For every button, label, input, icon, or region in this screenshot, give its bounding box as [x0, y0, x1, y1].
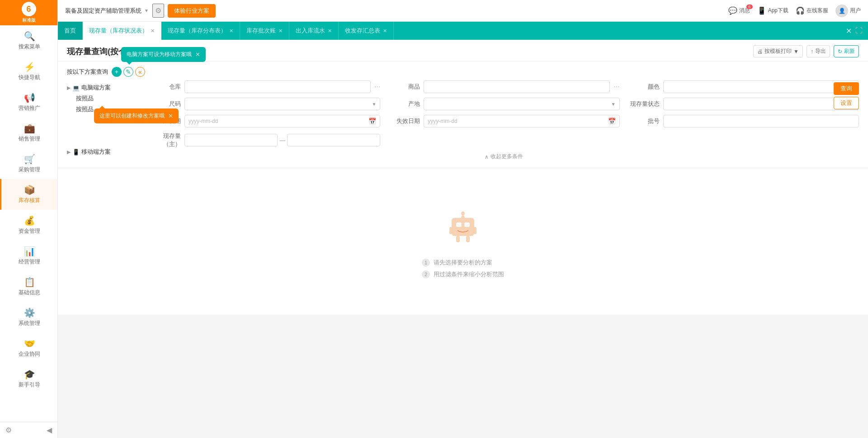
refresh-label: 刷新 [844, 47, 855, 55]
settings-bottom-icon[interactable]: ⚙ [5, 426, 12, 434]
sidebar-label-system: 系统管理 [19, 320, 40, 327]
popover-orange-close[interactable]: ✕ [168, 113, 173, 119]
sidebar-item-nav[interactable]: ⚡ 快捷导航 [0, 56, 57, 87]
export-label: 导出 [815, 47, 826, 55]
popover-orange: 这里可以创建和修改方案哦 ✕ [94, 108, 179, 123]
tab-close-inventory-dist[interactable]: ✕ [229, 28, 233, 34]
tab-close-inventory-status[interactable]: ✕ [151, 28, 155, 34]
service-action[interactable]: 🎧 在线客服 [796, 6, 828, 15]
sidebar-nav: 🔍 搜索菜单 ⚡ 快捷导航 📢 营销推广 💼 销售管理 🛒 采购管理 📦 库存核… [0, 25, 57, 422]
page-content: 现存量查询(按仓库+商品) 🖨 按模板打印 ▼ ↑ 导出 ↻ 刷新 [58, 40, 868, 438]
settings-button[interactable]: ⚙ [152, 4, 164, 18]
tip-text-2: 用过滤条件来缩小分析范围 [434, 270, 504, 278]
scheme-tree: ▶ 💻 电脑端方案 按照品 按照品 这里可以创建和修改方案哦 ✕ [67, 82, 859, 157]
sidebar-item-basic[interactable]: 📋 基础信息 [0, 271, 57, 302]
scheme-pc-child2[interactable]: 按照品 [76, 104, 859, 115]
sidebar-label-basic: 基础信息 [19, 289, 40, 297]
nav-icon: ⚡ [24, 61, 35, 72]
sidebar-label-purchase: 采购管理 [19, 166, 40, 174]
tab-inventory-status[interactable]: 现存量（库存状况表） ✕ [83, 22, 161, 40]
sidebar-label-sales: 销售管理 [19, 135, 40, 143]
sidebar-bottom: ⚙ ◀ [0, 422, 57, 438]
tab-maximize-icon[interactable]: ⛶ [855, 27, 863, 35]
svg-point-7 [461, 212, 465, 215]
sidebar-label-finance: 资金管理 [19, 227, 40, 235]
print-label: 按模板打印 [764, 47, 792, 55]
page-actions: 🖨 按模板打印 ▼ ↑ 导出 ↻ 刷新 [753, 45, 859, 57]
basic-icon: 📋 [24, 277, 35, 287]
sidebar-item-finance[interactable]: 💰 资金管理 [0, 210, 57, 240]
main-content: 装备及固定资产辅助管理系统 ▼ ⚙ 体验行业方案 💬 消息 6 📱 App下载 … [58, 0, 868, 438]
inventory-icon: 📦 [24, 184, 35, 195]
top-header: 装备及固定资产辅助管理系统 ▼ ⚙ 体验行业方案 💬 消息 6 📱 App下载 … [58, 0, 868, 22]
sidebar-item-system[interactable]: ⚙️ 系统管理 [0, 302, 57, 333]
tab-close-inout[interactable]: ✕ [328, 28, 332, 34]
sidebar: 6 标准版 🔍 搜索菜单 ⚡ 快捷导航 📢 营销推广 💼 销售管理 🛒 采购管理… [0, 0, 58, 438]
tab-inout[interactable]: 出入库流水 ✕ [289, 22, 339, 40]
system-selector[interactable]: 装备及固定资产辅助管理系统 ▼ [65, 7, 149, 15]
svg-rect-6 [466, 236, 470, 242]
industry-button[interactable]: 体验行业方案 [168, 4, 216, 18]
logo-text: 标准版 [22, 17, 36, 24]
system-icon: ⚙️ [24, 307, 35, 318]
tab-close-collect[interactable]: ✕ [383, 28, 387, 34]
filter-label: 按以下方案查询 [67, 68, 108, 76]
scheme-mobile-toggle: ▶ [67, 149, 71, 155]
svg-rect-4 [474, 227, 476, 234]
sidebar-item-purchase[interactable]: 🛒 采购管理 [0, 148, 57, 179]
purchase-icon: 🛒 [24, 154, 35, 165]
svg-rect-5 [456, 236, 460, 242]
user-avatar: 👤 [835, 5, 848, 17]
popover-green-close[interactable]: ✕ [195, 51, 200, 58]
collapse-sidebar-icon[interactable]: ◀ [47, 426, 52, 434]
service-label: 在线客服 [807, 7, 828, 14]
tip-num-1: 1 [422, 259, 430, 267]
sidebar-item-sales[interactable]: 💼 销售管理 [0, 118, 57, 148]
scheme-pc[interactable]: ▶ 💻 电脑端方案 [67, 82, 859, 93]
sidebar-item-search[interactable]: 🔍 搜索菜单 [0, 25, 57, 56]
user-action[interactable]: 👤 用户 [835, 5, 861, 17]
logo-icon: 6 [22, 2, 36, 16]
search-btn-wrap: 查询 设置 [834, 82, 859, 109]
svg-rect-2 [464, 222, 470, 227]
export-button[interactable]: ↑ 导出 [807, 45, 830, 57]
refresh-icon: ↻ [838, 48, 842, 55]
sidebar-item-guide[interactable]: 🎓 新手引导 [0, 363, 57, 394]
scheme-pc-child1[interactable]: 按照品 [76, 93, 859, 104]
back-scheme-button[interactable]: « [135, 67, 145, 77]
tab-collect[interactable]: 收发存汇总表 ✕ [339, 22, 394, 40]
svg-rect-3 [449, 227, 452, 234]
tab-home[interactable]: 首页 [58, 22, 83, 40]
app-download-action[interactable]: 📱 App下载 [757, 6, 788, 15]
sidebar-item-enterprise[interactable]: 🤝 企业协同 [0, 333, 57, 363]
edit-scheme-button[interactable]: ✎ [123, 67, 133, 77]
sidebar-logo: 6 标准版 [0, 0, 57, 25]
scheme-pc-child1-label: 按照品 [76, 94, 94, 103]
print-button[interactable]: 🖨 按模板打印 ▼ [753, 45, 803, 57]
add-scheme-button[interactable]: ＋ [112, 67, 122, 77]
ops-icon: 📊 [24, 246, 35, 257]
tab-close-batch[interactable]: ✕ [278, 28, 283, 34]
refresh-button[interactable]: ↻ 刷新 [834, 45, 859, 57]
tab-inventory-dist[interactable]: 现存量（库存分布表） ✕ [161, 22, 240, 40]
scheme-pc-child2-label: 按照品 [76, 105, 94, 113]
tab-close-all-icon[interactable]: ✕ [846, 27, 852, 35]
search-button[interactable]: 查询 [834, 82, 859, 95]
sidebar-item-inventory[interactable]: 📦 库存核算 [0, 179, 57, 210]
notification-badge-count: 6 [746, 5, 753, 9]
scheme-pc-label: 电脑端方案 [81, 84, 111, 92]
scheme-mobile[interactable]: ▶ 📱 移动端方案 [67, 146, 859, 157]
sidebar-item-marketing[interactable]: 📢 营销推广 [0, 87, 57, 118]
tab-bar: 首页 现存量（库存状况表） ✕ 现存量（库存分布表） ✕ 库存批次账 ✕ 出入库… [58, 22, 868, 40]
tab-home-label: 首页 [64, 27, 76, 35]
notification-action[interactable]: 💬 消息 6 [728, 6, 750, 15]
enterprise-icon: 🤝 [24, 338, 35, 349]
tab-inventory-dist-label: 现存量（库存分布表） [168, 27, 226, 35]
sales-icon: 💼 [24, 123, 35, 134]
sidebar-item-ops[interactable]: 📊 经营管理 [0, 240, 57, 271]
tab-batch[interactable]: 库存批次账 ✕ [240, 22, 289, 40]
svg-rect-1 [456, 222, 462, 227]
sidebar-label-inventory: 库存核算 [19, 197, 40, 204]
set-button[interactable]: 设置 [834, 97, 859, 109]
scheme-mobile-icon: 📱 [72, 149, 80, 155]
